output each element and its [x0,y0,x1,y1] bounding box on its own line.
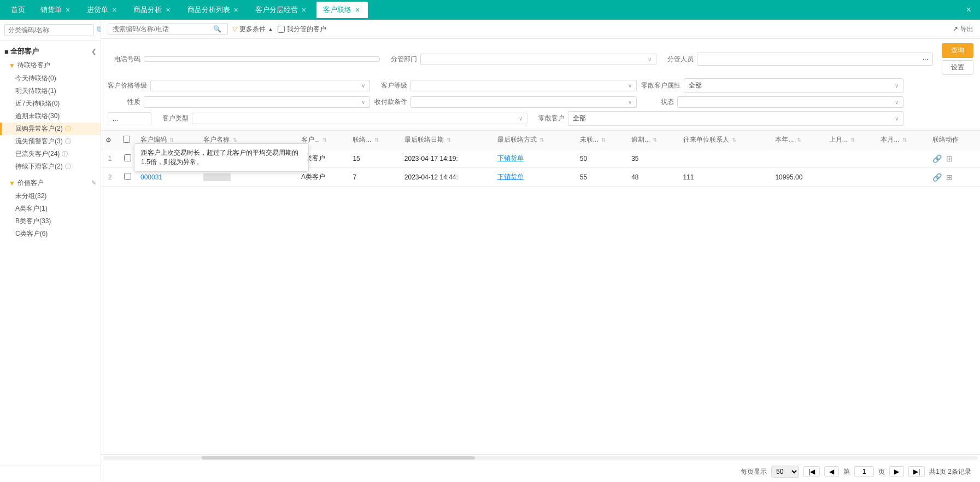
main-search-icon[interactable]: 🔍 [213,25,221,33]
page-number-input[interactable] [854,466,874,477]
price-level-input[interactable]: ∨ [150,80,370,91]
main-layout: 🔍 ■ 全部客户 ❮ ▼ 待联络客户 今天待联络(0) 明天待联络(1) 近7天… [0,20,980,482]
gender-input[interactable]: ∨ [144,96,370,108]
th-contact-person[interactable]: 往来单位联系人 ⇅ [679,131,771,149]
sidebar-group-waiting[interactable]: ▼ 待联络客户 [0,59,101,72]
sidebar-item-today[interactable]: 今天待联络(0) [0,72,101,85]
sidebar-item-tomorrow[interactable]: 明天待联络(1) [0,85,101,97]
retail-attr-input[interactable]: 全部 ∨ [684,78,903,93]
my-customers-checkbox[interactable]: 我分管的客户 [278,25,326,34]
level-chevron: ∨ [628,83,632,89]
sidebar-item-a-type[interactable]: A类客户(1) [0,202,101,215]
per-page-select[interactable]: 50 100 200 [771,466,799,478]
price-level-chevron: ∨ [361,83,365,89]
row-check-1[interactable] [124,154,131,161]
row-checkbox-2[interactable] [119,168,136,187]
more-conditions-btn[interactable]: ▽ 更多条件 ▲ [232,25,273,34]
nav-customer-tier[interactable]: 客户分层经营 × [249,2,314,18]
table-settings-icon[interactable]: ⚙ [105,136,112,144]
action-link-icon-2[interactable]: 🔗 [932,173,942,182]
scrollbar-thumb[interactable] [202,456,475,460]
action-grid-icon-2[interactable]: ⊞ [946,173,953,182]
sidebar-search-area: 🔍 [0,20,101,41]
main-search-input[interactable] [113,25,211,33]
horizontal-scrollbar[interactable] [101,454,980,461]
row-last-month-2 [825,168,876,187]
row-action-2: 🔗 ⊞ [928,168,980,187]
sidebar-item-ungroup[interactable]: 未分组(32) [0,190,101,202]
sidebar-item-7days[interactable]: 近7天待联络(0) [0,97,101,110]
select-all-checkbox[interactable] [123,136,130,143]
sort-contact-icon: ⇅ [374,137,379,143]
scrollbar-track[interactable] [103,456,978,460]
th-contact[interactable]: 联络... ⇅ [348,131,400,149]
nav-product-list-close[interactable]: × [232,5,240,14]
sidebar-group-value[interactable]: ▼ 价值客户 ✎ [0,176,101,190]
sidebar-item-churn-warning[interactable]: 流失预警客户(3) ⓘ [0,135,101,148]
nav-purchase-close[interactable]: × [110,5,118,14]
pay-terms-input[interactable]: ∨ [410,96,637,108]
more-dots-input[interactable]: ... [108,112,151,125]
window-close-button[interactable]: × [962,3,976,17]
sidebar-search-input[interactable] [4,24,94,36]
sidebar-item-repurchase-anomaly[interactable]: 回购异常客户(2) ⓘ [0,123,101,135]
th-last-method[interactable]: 最后联络方式 ⇅ [493,131,576,149]
nav-purchase[interactable]: 进货单 × [80,2,125,18]
info-icon-repurchase: ⓘ [65,125,71,133]
nav-sales[interactable]: 销货单 × [34,2,78,18]
edit-icon[interactable]: ✎ [91,179,96,187]
row-uncontacted-2: 55 [576,168,627,187]
export-button[interactable]: ↗ 导出 [953,25,973,34]
manager-input[interactable]: ··· [697,53,933,66]
row-num-1: 1 [101,149,119,168]
sidebar-item-overdue[interactable]: 逾期未联络(30) [0,110,101,123]
collapse-icon[interactable]: ❮ [91,48,96,55]
nav-customer-contact[interactable]: 客户联络 × [316,2,368,18]
th-uncontacted[interactable]: 未联... ⇅ [576,131,627,149]
nav-product-list[interactable]: 商品分析列表 × [181,2,247,18]
nav-home[interactable]: 首页 [4,2,32,18]
info-icon-churn: ⓘ [65,137,71,146]
content-area: 🔍 ▽ 更多条件 ▲ 我分管的客户 ↗ 导出 电话号码 [101,20,980,482]
first-page-btn[interactable]: |◀ [803,466,820,477]
th-last-date[interactable]: 最后联络日期 ⇅ [400,131,493,149]
next-page-btn[interactable]: ▶ [889,466,904,477]
action-grid-icon-1[interactable]: ⊞ [946,154,953,163]
th-overdue[interactable]: 逾期... ⇅ [627,131,678,149]
status-input[interactable]: ∨ [677,96,903,108]
filter-pay-terms: 收付款条件 ∨ [374,96,637,108]
dept-input[interactable]: ∨ [420,54,656,65]
my-customers-check[interactable] [278,26,285,33]
th-this-year[interactable]: 本年... ⇅ [771,131,824,149]
phone-input[interactable] [144,56,380,62]
sidebar-item-churned[interactable]: 已流失客户(24) ⓘ [0,148,101,160]
sidebar-all-customers[interactable]: ■ 全部客户 ❮ [0,44,101,59]
row-last-method-2[interactable]: 下销货单 [493,168,576,187]
retail-chevron: ∨ [895,115,899,121]
customer-type-input[interactable]: ∨ [192,113,527,124]
settings-button[interactable]: 设置 [942,60,973,75]
row-check-2[interactable] [124,173,131,180]
sidebar-item-b-type[interactable]: B类客户(33) [0,215,101,228]
level-input[interactable]: ∨ [410,80,637,91]
last-page-btn[interactable]: ▶| [908,466,925,477]
prev-page-btn[interactable]: ◀ [824,466,839,477]
retail-input[interactable]: 全部 ∨ [568,111,903,126]
row-last-method-1[interactable]: 下销货单 [493,149,576,168]
nav-sales-close[interactable]: × [64,5,72,14]
nav-customer-contact-close[interactable]: × [354,5,361,14]
row-last-date-2: 2023-04-12 14:44: [400,168,493,187]
nav-product-analysis-close[interactable]: × [164,5,172,14]
th-last-month[interactable]: 上月... ⇅ [825,131,876,149]
nav-product-analysis[interactable]: 商品分析 × [127,2,178,18]
sort-code-icon: ⇅ [169,137,174,143]
filter-retail-attr: 零散客户属性 全部 ∨ [641,78,903,93]
query-button[interactable]: 查询 [942,43,973,58]
nav-customer-tier-close[interactable]: × [300,5,308,14]
th-this-month[interactable]: 本月... ⇅ [876,131,928,149]
action-link-icon-1[interactable]: 🔗 [932,154,942,163]
sidebar-item-c-type[interactable]: C类客户(6) [0,228,101,240]
th-settings[interactable]: ⚙ [101,131,119,149]
sidebar-search-icon[interactable]: 🔍 [96,26,101,34]
sidebar-item-declining[interactable]: 持续下滑客户(2) ⓘ [0,160,101,173]
